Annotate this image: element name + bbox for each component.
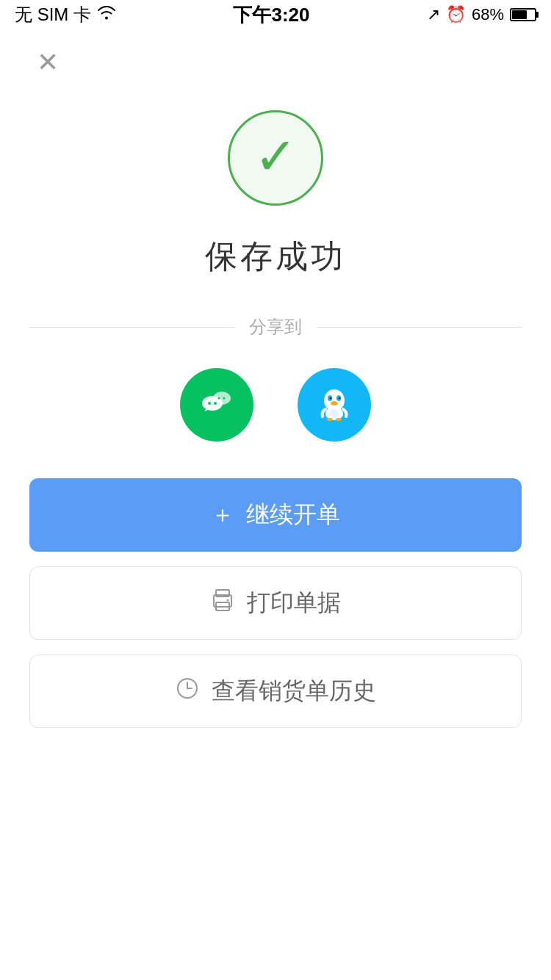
svg-point-5 <box>223 397 226 400</box>
svg-point-15 <box>336 418 342 421</box>
status-left: 无 SIM 卡 <box>15 3 116 26</box>
svg-point-2 <box>208 402 211 405</box>
qq-share-button[interactable] <box>298 368 371 442</box>
alarm-icon: ⏰ <box>446 5 466 24</box>
svg-point-13 <box>329 409 339 418</box>
status-bar: 无 SIM 卡 下午3:20 ↗ ⏰ 68% <box>0 0 551 29</box>
battery-icon <box>510 8 536 21</box>
location-icon: ↗ <box>427 5 440 24</box>
battery-fill <box>512 10 527 19</box>
wechat-icon <box>196 384 237 425</box>
success-circle: ✓ <box>228 110 323 206</box>
wechat-share-button[interactable] <box>180 368 253 442</box>
svg-point-10 <box>339 397 341 400</box>
history-icon <box>175 676 200 707</box>
svg-point-19 <box>227 599 229 602</box>
status-time: 下午3:20 <box>233 2 309 28</box>
share-divider: 分享到 <box>29 315 522 339</box>
print-button[interactable]: 打印单据 <box>29 566 522 640</box>
checkmark-icon: ✓ <box>254 131 298 182</box>
qq-icon <box>314 384 355 425</box>
success-title: 保存成功 <box>205 235 346 278</box>
close-icon: ✕ <box>37 49 59 76</box>
history-button-label: 查看销货单历史 <box>212 675 376 707</box>
svg-point-8 <box>330 397 332 400</box>
divider-right <box>317 327 522 328</box>
close-button[interactable]: ✕ <box>29 44 66 81</box>
divider-left <box>29 327 234 328</box>
action-buttons: ＋ 继续开单 打印单据 查看销货单历史 <box>29 478 522 728</box>
share-label: 分享到 <box>249 315 302 339</box>
print-icon <box>210 588 235 619</box>
share-section: 分享到 <box>29 315 522 442</box>
svg-point-4 <box>218 397 220 400</box>
share-icons <box>29 368 522 442</box>
svg-point-3 <box>214 402 217 405</box>
svg-point-14 <box>327 418 333 421</box>
svg-point-11 <box>331 401 338 406</box>
battery-text: 68% <box>472 5 504 24</box>
plus-icon: ＋ <box>211 499 234 531</box>
status-right: ↗ ⏰ 68% <box>427 5 536 24</box>
continue-button[interactable]: ＋ 继续开单 <box>29 478 522 552</box>
continue-button-label: 继续开单 <box>246 499 340 531</box>
print-button-label: 打印单据 <box>247 587 341 619</box>
wifi-icon <box>97 5 116 24</box>
success-area: ✓ 保存成功 <box>29 110 522 278</box>
no-sim-text: 无 SIM 卡 <box>15 3 91 26</box>
main-content: ✕ ✓ 保存成功 分享到 <box>0 29 551 743</box>
history-button[interactable]: 查看销货单历史 <box>29 655 522 728</box>
